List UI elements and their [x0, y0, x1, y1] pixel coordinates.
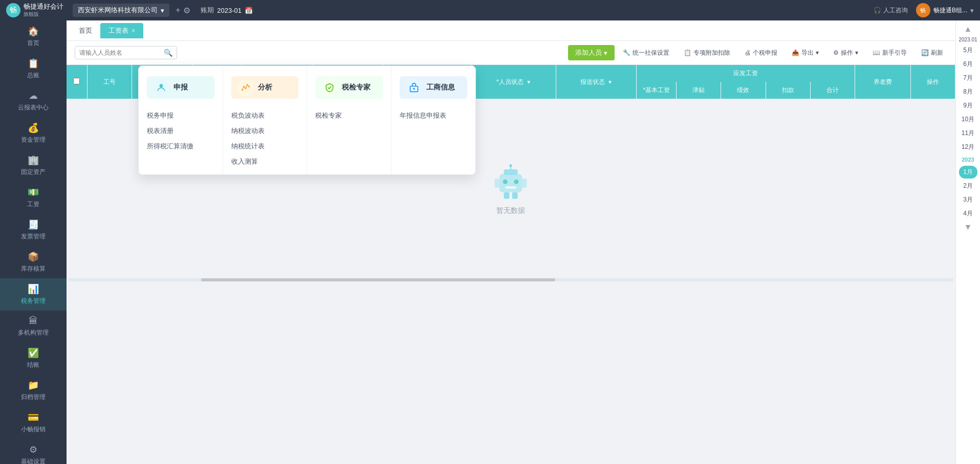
cloud-icon: ☁ [29, 90, 38, 101]
sidebar-label-expense: 小畅报销 [21, 425, 46, 434]
sidebar-item-expense[interactable]: 💳 小畅报销 [0, 407, 67, 439]
timeline-month-9[interactable]: 9月 [959, 99, 977, 112]
timeline-month-2[interactable]: 2月 [959, 180, 977, 192]
sidebar-item-salary[interactable]: 💵 工资 [0, 182, 67, 214]
sidebar-item-settings[interactable]: ⚙ 基础设置 [0, 439, 67, 464]
add-btn-label: 添加人员 [575, 48, 602, 57]
th-deduction: 扣款 [766, 82, 810, 99]
sidebar-item-tax[interactable]: 📊 税务管理 [0, 278, 67, 311]
sidebar-item-ledger[interactable]: 📋 总账 [0, 53, 67, 85]
timeline-month-4[interactable]: 4月 [959, 207, 977, 220]
special-deduction-icon: 📋 [684, 49, 691, 56]
business-icon [406, 79, 422, 96]
menu-item-tax-burden[interactable]: 税负波动表 [231, 107, 299, 122]
select-all-checkbox[interactable] [73, 78, 80, 84]
settings-icon[interactable]: ⚙ [183, 6, 190, 15]
menu-item-income-tax[interactable]: 所得税汇算清缴 [147, 138, 214, 153]
timeline-month-12[interactable]: 12月 [959, 141, 977, 153]
svg-point-16 [248, 86, 250, 87]
business-section-title: 工商信息 [426, 83, 455, 92]
add-company-btn[interactable]: + [176, 6, 180, 15]
user-area[interactable]: 畅 畅捷通B组... ▾ [916, 3, 974, 17]
sidebar-item-inventory[interactable]: 📦 库存核算 [0, 246, 67, 278]
menu-item-tax-declaration[interactable]: 税务申报 [147, 107, 214, 122]
export-btn[interactable]: 📤 导出 ▾ [788, 47, 823, 59]
user-name: 畅捷通B组... [933, 6, 967, 15]
header-right: 🎧 人工咨询 畅 畅捷通B组... ▾ [874, 3, 974, 17]
menu-item-tax-fluctuation[interactable]: 纳税波动表 [231, 122, 299, 138]
menu-item-income-estimate[interactable]: 收入测算 [231, 153, 299, 168]
operation-dropdown-icon: ▾ [855, 49, 858, 56]
timeline-month-1[interactable]: 1月 [959, 166, 977, 179]
tab-bar: 首页 工资表 × [67, 20, 955, 41]
special-deduction-btn[interactable]: 📋 专项附加扣除 [680, 47, 734, 59]
special-deduction-label: 专项附加扣除 [693, 49, 730, 57]
guide-btn[interactable]: 📖 新手引导 [868, 47, 911, 59]
period-area: 账期 2023-01 📅 [201, 6, 253, 15]
th-operation: 操作 [910, 65, 955, 99]
timeline-month-8[interactable]: 8月 [959, 85, 977, 98]
multiorg-icon: 🏛 [29, 316, 38, 326]
search-input[interactable] [79, 49, 161, 56]
sidebar-item-funds[interactable]: 💰 资金管理 [0, 117, 67, 149]
timeline-month-5[interactable]: 5月 [959, 44, 977, 57]
close-accounts-icon: ✅ [28, 347, 39, 359]
company-name: 西安虾米网络科技有限公司 [78, 6, 158, 15]
timeline-year-above: 2023.01 [959, 37, 977, 42]
sidebar-item-archive[interactable]: 📁 归档管理 [0, 374, 67, 407]
svg-point-15 [246, 84, 248, 85]
menu-section-tax-expert: 税检专家 税检专家 [307, 66, 391, 174]
operation-label: 操作 [841, 49, 853, 57]
sidebar-item-cloud[interactable]: ☁ 云报表中心 [0, 85, 67, 117]
tab-close-btn[interactable]: × [132, 27, 135, 34]
top-header: 畅 畅捷通好会计 旗舰版 西安虾米网络科技有限公司 ▾ + ⚙ 账期 2023-… [0, 0, 980, 20]
th-payable: 应发工资 [637, 65, 855, 82]
empty-robot-icon [488, 160, 534, 206]
sidebar-item-close-accounts[interactable]: ✅ 结账 [0, 342, 67, 374]
svg-rect-9 [504, 192, 510, 199]
menu-item-tax-statistics[interactable]: 纳税统计表 [231, 138, 299, 153]
menu-item-tax-expert[interactable]: 税检专家 [315, 107, 383, 122]
sidebar-item-home[interactable]: 🏠 首页 [0, 20, 67, 53]
timeline-nav-down[interactable]: ▼ [962, 220, 974, 234]
timeline-month-3[interactable]: 3月 [959, 193, 977, 206]
add-btn-dropdown-icon: ▾ [604, 49, 607, 57]
tax-expert-icon [321, 79, 338, 96]
sidebar-item-assets[interactable]: 🏢 固定资产 [0, 149, 67, 182]
sidebar-item-multiorg[interactable]: 🏛 多机构管理 [0, 311, 67, 342]
period-label: 账期 [201, 6, 214, 15]
menu-item-annual-report[interactable]: 年报信息申报表 [400, 107, 468, 122]
operation-btn[interactable]: ⚙ 操作 ▾ [829, 47, 862, 59]
timeline-month-10[interactable]: 10月 [959, 113, 977, 126]
timeline-month-7[interactable]: 7月 [959, 72, 977, 84]
th-base-salary: *基本工资 [637, 82, 677, 99]
logo-text: 畅捷通好会计 [24, 3, 63, 11]
tab-home[interactable]: 首页 [73, 23, 98, 38]
horizontal-scrollbar[interactable] [67, 277, 955, 283]
sidebar-label-multiorg: 多机构管理 [18, 328, 49, 337]
scroll-thumb[interactable] [201, 278, 555, 281]
th-checkbox[interactable] [67, 65, 87, 99]
calendar-icon[interactable]: 📅 [245, 7, 253, 14]
social-insurance-btn[interactable]: 🔧 统一社保设置 [619, 47, 673, 59]
refresh-btn[interactable]: 🔄 刷新 [917, 47, 947, 59]
svg-point-18 [413, 88, 415, 90]
svg-rect-7 [495, 179, 499, 188]
tab-payroll[interactable]: 工资表 × [100, 23, 143, 38]
operation-icon: ⚙ [833, 49, 839, 56]
refresh-icon: 🔄 [921, 49, 929, 56]
timeline-nav-up[interactable]: ▲ [962, 23, 974, 36]
tax-expert-section-title: 税检专家 [342, 83, 371, 92]
svg-point-4 [503, 180, 508, 184]
tax-declaration-btn[interactable]: 🖨 个税申报 [741, 47, 781, 59]
home-icon: 🏠 [28, 26, 39, 37]
company-selector[interactable]: 西安虾米网络科技有限公司 ▾ [73, 4, 169, 17]
timeline-month-6[interactable]: 6月 [959, 58, 977, 71]
th-report-status: 报送状态 ▼ [556, 65, 637, 99]
menu-item-tax-table[interactable]: 税表清册 [147, 122, 214, 138]
period-value[interactable]: 2023-01 [217, 7, 242, 14]
sidebar-item-invoice[interactable]: 🧾 发票管理 [0, 214, 67, 246]
service-btn[interactable]: 🎧 人工咨询 [874, 6, 908, 15]
add-employee-btn[interactable]: 添加人员 ▾ [568, 45, 615, 60]
timeline-month-11[interactable]: 11月 [959, 127, 977, 140]
